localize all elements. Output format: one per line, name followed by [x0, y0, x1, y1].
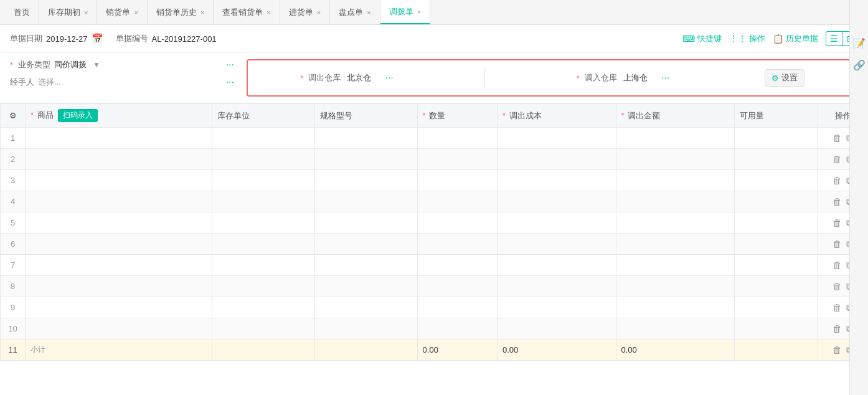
close-inventory-check[interactable]: ×	[367, 9, 370, 16]
product-cell-10[interactable]	[26, 318, 212, 340]
business-type-dropdown[interactable]: ▼	[93, 60, 100, 69]
delete-icon-1[interactable]: 🗑	[833, 133, 842, 143]
qty-cell-5[interactable]	[417, 212, 497, 234]
delete-icon-7[interactable]: 🗑	[833, 260, 842, 270]
unit-cell-6[interactable]	[212, 234, 314, 255]
qty-cell-9[interactable]	[417, 297, 497, 318]
delete-icon-10[interactable]: 🗑	[833, 323, 842, 334]
spec-cell-3[interactable]	[314, 170, 417, 191]
unit-cell-9[interactable]	[212, 297, 314, 318]
amount-cell-10[interactable]	[616, 318, 735, 340]
unit-cell-4[interactable]	[212, 191, 314, 212]
cost-cell-4[interactable]	[497, 191, 616, 212]
product-cell-5[interactable]	[26, 212, 212, 234]
spec-cell-10[interactable]	[314, 318, 417, 340]
product-cell-3[interactable]	[26, 170, 212, 191]
cost-cell-8[interactable]	[497, 276, 616, 297]
spec-cell-7[interactable]	[314, 255, 417, 276]
amount-cell-5[interactable]	[616, 212, 735, 234]
transfer-out-more[interactable]: ···	[385, 72, 393, 83]
calendar-icon[interactable]: 📅	[92, 33, 103, 44]
qty-cell-6[interactable]	[417, 234, 497, 255]
qty-cell-10[interactable]	[417, 318, 497, 340]
cost-cell-3[interactable]	[497, 170, 616, 191]
unit-cell-2[interactable]	[212, 149, 314, 170]
amount-cell-9[interactable]	[616, 297, 735, 318]
scan-button[interactable]: 扫码录入	[58, 109, 98, 122]
delete-icon-9[interactable]: 🗑	[833, 302, 842, 313]
amount-cell-7[interactable]	[616, 255, 735, 276]
delete-icon-11[interactable]: 🗑	[833, 345, 842, 355]
tab-purchase[interactable]: 进货单 ×	[280, 0, 330, 24]
sidebar-link-icon[interactable]: 🔗	[853, 59, 866, 71]
product-cell-4[interactable]	[26, 191, 212, 212]
delete-icon-2[interactable]: 🗑	[833, 154, 842, 164]
unit-cell-7[interactable]	[212, 255, 314, 276]
amount-cell-2[interactable]	[616, 149, 735, 170]
spec-cell-2[interactable]	[314, 149, 417, 170]
product-cell-7[interactable]	[26, 255, 212, 276]
shortcut-btn[interactable]: ⌨ 快捷键	[682, 33, 722, 44]
spec-cell-4[interactable]	[314, 191, 417, 212]
tab-sales-history[interactable]: 销货单历史 ×	[148, 0, 214, 24]
qty-cell-3[interactable]	[417, 170, 497, 191]
product-cell-6[interactable]	[26, 234, 212, 255]
delete-icon-4[interactable]: 🗑	[833, 196, 842, 207]
spec-cell-1[interactable]	[314, 128, 417, 149]
qty-cell-1[interactable]	[417, 128, 497, 149]
spec-cell-5[interactable]	[314, 212, 417, 234]
unit-cell-1[interactable]	[212, 128, 314, 149]
amount-cell-6[interactable]	[616, 234, 735, 255]
qty-cell-4[interactable]	[417, 191, 497, 212]
delete-icon-3[interactable]: 🗑	[833, 175, 842, 186]
product-cell-9[interactable]	[26, 297, 212, 318]
col-settings-header[interactable]: ⚙	[1, 104, 26, 128]
cost-cell-1[interactable]	[497, 128, 616, 149]
amount-cell-3[interactable]	[616, 170, 735, 191]
unit-cell-10[interactable]	[212, 318, 314, 340]
tab-inventory-init[interactable]: 库存期初 ×	[39, 0, 97, 24]
close-purchase[interactable]: ×	[317, 9, 321, 16]
sidebar-notes-icon[interactable]: 📝	[853, 37, 866, 49]
business-type-more[interactable]: ···	[226, 59, 234, 70]
cost-cell-10[interactable]	[497, 318, 616, 340]
tab-inventory-check[interactable]: 盘点单 ×	[330, 0, 380, 24]
tab-transfer[interactable]: 调拨单 ×	[380, 0, 430, 24]
close-sales-order[interactable]: ×	[134, 9, 138, 16]
spec-cell-6[interactable]	[314, 234, 417, 255]
tab-sales-order[interactable]: 销货单 ×	[97, 0, 147, 24]
history-btn[interactable]: 📋 历史单据	[773, 33, 818, 44]
amount-cell-4[interactable]	[616, 191, 735, 212]
tab-view-sales[interactable]: 查看销货单 ×	[214, 0, 280, 24]
close-transfer[interactable]: ×	[417, 8, 421, 16]
spec-cell-9[interactable]	[314, 297, 417, 318]
unit-cell-8[interactable]	[212, 276, 314, 297]
qty-cell-2[interactable]	[417, 149, 497, 170]
product-cell-8[interactable]	[26, 276, 212, 297]
close-sales-history[interactable]: ×	[200, 9, 204, 16]
cost-cell-7[interactable]	[497, 255, 616, 276]
delete-icon-8[interactable]: 🗑	[833, 281, 842, 292]
cost-cell-9[interactable]	[497, 297, 616, 318]
cost-cell-2[interactable]	[497, 149, 616, 170]
product-cell-1[interactable]	[26, 128, 212, 149]
spec-cell-8[interactable]	[314, 276, 417, 297]
delete-icon-5[interactable]: 🗑	[833, 217, 842, 228]
transfer-in-more[interactable]: ···	[661, 72, 669, 83]
product-cell-2[interactable]	[26, 149, 212, 170]
cost-cell-5[interactable]	[497, 212, 616, 234]
unit-cell-3[interactable]	[212, 170, 314, 191]
delete-icon-6[interactable]: 🗑	[833, 239, 842, 249]
close-view-sales[interactable]: ×	[267, 9, 270, 16]
handler-select[interactable]: 选择...	[38, 77, 61, 88]
layout-list-icon[interactable]: ☰	[826, 32, 842, 45]
qty-cell-8[interactable]	[417, 276, 497, 297]
close-inventory-init[interactable]: ×	[84, 9, 88, 16]
qty-cell-7[interactable]	[417, 255, 497, 276]
cost-cell-6[interactable]	[497, 234, 616, 255]
settings-button[interactable]: ⚙ 设置	[765, 69, 804, 87]
amount-cell-8[interactable]	[616, 276, 735, 297]
unit-cell-5[interactable]	[212, 212, 314, 234]
amount-cell-1[interactable]	[616, 128, 735, 149]
ops-btn[interactable]: ⋮⋮ 操作	[729, 33, 765, 44]
